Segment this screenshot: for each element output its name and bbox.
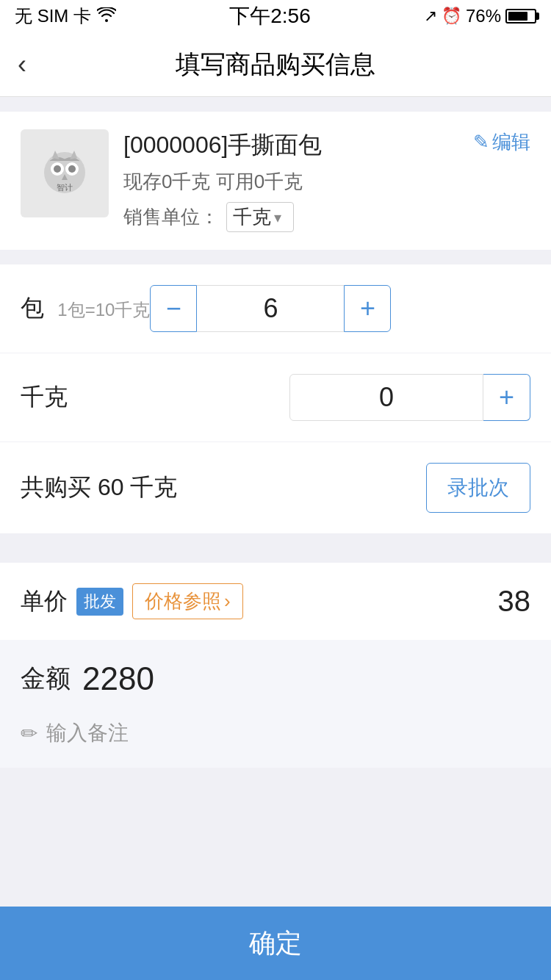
amount-section: 金额 2280 ✏ 输入备注 — [0, 640, 551, 768]
price-row: 单价 批发 价格参照 › 38 — [21, 583, 530, 619]
unit-value: 千克 — [233, 204, 271, 230]
location-icon: ↗ — [424, 7, 437, 26]
edit-icon: ✎ — [473, 131, 489, 154]
record-batch-button[interactable]: 录批次 — [426, 463, 530, 513]
status-right: ↗ ⏰ 76% — [424, 6, 536, 26]
svg-text:智计: 智计 — [57, 183, 73, 192]
battery-percent: 76% — [466, 6, 501, 26]
pack-increase-button[interactable]: + — [344, 285, 391, 332]
carrier-text: 无 SIM 卡 — [15, 4, 91, 28]
unit-select[interactable]: 千克 ▾ — [226, 202, 294, 232]
pack-decrease-button[interactable]: − — [150, 285, 197, 332]
price-tag: 批发 — [76, 588, 123, 616]
product-unit: 销售单位： 千克 ▾ — [123, 202, 530, 232]
back-button[interactable]: ‹ — [18, 49, 26, 80]
pack-label: 包 — [21, 295, 44, 321]
nav-bar: ‹ 填写商品购买信息 — [0, 32, 551, 97]
price-ref-button[interactable]: 价格参照 › — [132, 583, 243, 619]
product-logo: 智计 — [39, 145, 90, 203]
kg-row: 千克 + — [0, 353, 551, 442]
section-divider-1 — [0, 250, 551, 264]
pack-hint: 1包=10千克 — [57, 300, 150, 320]
pencil-icon: ✏ — [21, 721, 37, 746]
amount-label: 金额 — [21, 662, 71, 696]
price-ref-label: 价格参照 — [145, 588, 221, 614]
chevron-right-icon: › — [224, 590, 231, 613]
svg-point-3 — [54, 165, 61, 173]
kg-controls: + — [289, 374, 530, 421]
product-image: 智计 — [21, 129, 109, 217]
summary-text: 共购买 60 千克 — [21, 472, 177, 504]
chevron-down-icon: ▾ — [274, 209, 281, 226]
amount-value: 2280 — [82, 660, 154, 697]
section-divider-2 — [0, 533, 551, 548]
kg-increase-button[interactable]: + — [483, 374, 530, 421]
edit-button[interactable]: ✎ 编辑 — [473, 129, 530, 155]
price-label: 单价 — [21, 586, 68, 618]
wifi-icon — [97, 6, 116, 26]
edit-label: 编辑 — [492, 129, 530, 155]
pack-input[interactable] — [197, 285, 344, 332]
remark-row[interactable]: ✏ 输入备注 — [21, 712, 530, 768]
unit-label: 销售单位： — [123, 204, 219, 230]
product-info: [0000006]手撕面包 现存0千克 可用0千克 销售单位： 千克 ▾ — [123, 129, 530, 232]
status-carrier: 无 SIM 卡 — [15, 4, 116, 28]
battery-icon — [505, 9, 536, 24]
status-bar: 无 SIM 卡 下午2:56 ↗ ⏰ 76% — [0, 0, 551, 32]
kg-label: 千克 — [21, 381, 289, 414]
pack-controls: − + — [150, 285, 391, 332]
product-card: 智计 [0000006]手撕面包 现存0千克 可用0千克 销售单位： 千克 ▾ … — [0, 112, 551, 250]
input-section: 包 1包=10千克 − + 千克 + — [0, 264, 551, 442]
price-value: 38 — [498, 585, 531, 618]
remark-placeholder: 输入备注 — [46, 719, 129, 747]
pack-label-group: 包 1包=10千克 — [21, 292, 150, 325]
svg-point-4 — [68, 165, 76, 173]
page-title: 填写商品购买信息 — [176, 48, 375, 82]
status-time: 下午2:56 — [229, 2, 311, 30]
price-section: 单价 批发 价格参照 › 38 — [0, 563, 551, 640]
price-left: 单价 批发 价格参照 › — [21, 583, 243, 619]
confirm-button[interactable]: 确定 — [0, 907, 551, 980]
product-name: [0000006]手撕面包 — [123, 129, 530, 162]
product-stock: 现存0千克 可用0千克 — [123, 169, 530, 195]
pack-row: 包 1包=10千克 − + — [0, 264, 551, 353]
alarm-icon: ⏰ — [442, 7, 461, 26]
summary-row: 共购买 60 千克 录批次 — [0, 442, 551, 533]
amount-row: 金额 2280 — [21, 660, 530, 697]
kg-input[interactable] — [289, 374, 483, 421]
